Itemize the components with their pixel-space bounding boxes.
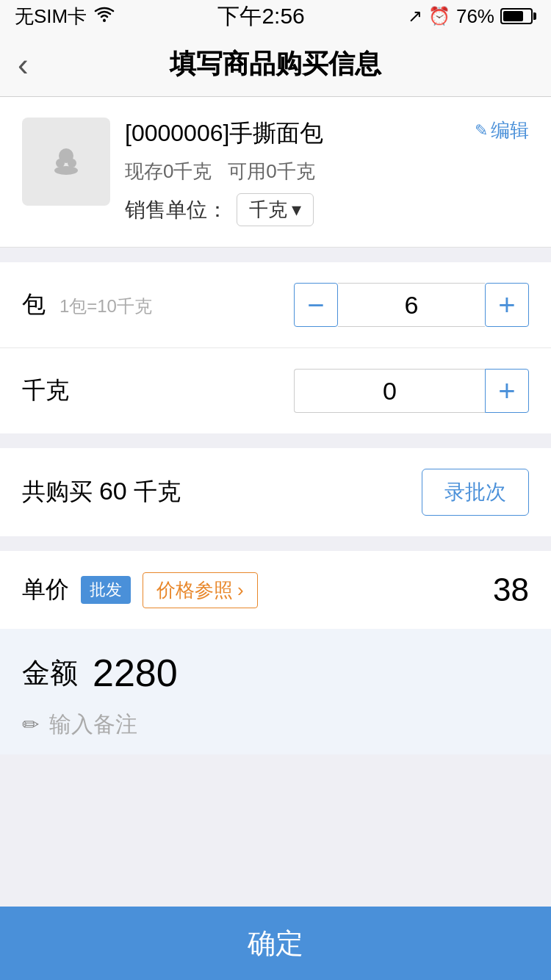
nav-bar: ‹ 填写商品购买信息 [0, 32, 551, 97]
battery-percent: 76% [456, 5, 494, 28]
remark-placeholder: 输入备注 [49, 710, 137, 740]
product-card: [0000006]手撕面包 ✎ 编辑 现存0千克 可用0千克 销售单位： 千克 … [0, 97, 551, 248]
remark-row[interactable]: ✏ 输入备注 [22, 710, 529, 740]
bag-label: 包 1包=10千克 [22, 289, 294, 321]
pencil-icon: ✏ [22, 713, 39, 737]
alarm-icon: ⏰ [428, 6, 450, 26]
product-info: [0000006]手撕面包 ✎ 编辑 现存0千克 可用0千克 销售单位： 千克 … [125, 118, 529, 226]
edit-icon: ✎ [475, 121, 488, 140]
kg-quantity-control: + [294, 369, 529, 413]
product-image [22, 118, 110, 206]
location-icon: ↗ [408, 6, 422, 26]
kg-row: 千克 + [0, 348, 551, 433]
page-title: 填写商品购买信息 [170, 46, 381, 82]
batch-button[interactable]: 录批次 [422, 469, 529, 516]
section-separator-1 [0, 248, 551, 262]
summary-quantity: 60 [99, 477, 127, 505]
sim-text: 无SIM卡 [15, 4, 87, 29]
svg-point-4 [54, 166, 78, 175]
product-stock: 现存0千克 可用0千克 [125, 159, 529, 184]
bag-quantity-control: − + [294, 283, 529, 327]
status-right: ↗ ⏰ 76% [408, 5, 536, 28]
status-bar: 无SIM卡 下午2:56 ↗ ⏰ 76% [0, 0, 551, 32]
summary-section: 共购买 60 千克 录批次 [0, 448, 551, 536]
bag-quantity-input[interactable] [338, 283, 485, 327]
amount-section: 金额 2280 ✏ 输入备注 [0, 629, 551, 754]
price-ref-arrow: › [237, 579, 244, 602]
back-button[interactable]: ‹ [18, 48, 29, 81]
confirm-button[interactable]: 确定 [0, 907, 551, 980]
dropdown-icon: ▾ [292, 198, 301, 221]
status-time: 下午2:56 [217, 1, 304, 32]
bag-row: 包 1包=10千克 − + [0, 262, 551, 348]
product-name: [0000006]手撕面包 [125, 118, 323, 150]
amount-label: 金额 [22, 655, 78, 692]
price-label: 单价 [22, 574, 69, 606]
product-unit-row: 销售单位： 千克 ▾ [125, 193, 529, 226]
battery-icon [500, 8, 536, 24]
svg-point-0 [103, 19, 106, 22]
kg-label: 千克 [22, 375, 294, 407]
section-separator-2 [0, 433, 551, 448]
unit-select[interactable]: 千克 ▾ [237, 193, 314, 226]
section-separator-3 [0, 536, 551, 551]
price-section: 单价 批发 价格参照 › 38 [0, 551, 551, 629]
status-left: 无SIM卡 [15, 4, 115, 29]
bag-sublabel: 1包=10千克 [60, 296, 152, 316]
kg-quantity-input[interactable] [294, 369, 485, 413]
amount-value: 2280 [93, 651, 178, 695]
product-name-row: [0000006]手撕面包 ✎ 编辑 [125, 118, 529, 150]
wifi-icon [94, 5, 115, 28]
summary-text: 共购买 60 千克 [22, 476, 181, 508]
price-value: 38 [493, 572, 529, 608]
kg-plus-button[interactable]: + [485, 369, 529, 413]
price-ref-button[interactable]: 价格参照 › [143, 572, 258, 608]
amount-row: 金额 2280 [22, 651, 529, 695]
price-batch-badge: 批发 [81, 576, 131, 604]
bag-minus-button[interactable]: − [294, 283, 338, 327]
edit-button[interactable]: ✎ 编辑 [475, 118, 529, 143]
bag-plus-button[interactable]: + [485, 283, 529, 327]
input-section: 包 1包=10千克 − + 千克 + [0, 262, 551, 433]
